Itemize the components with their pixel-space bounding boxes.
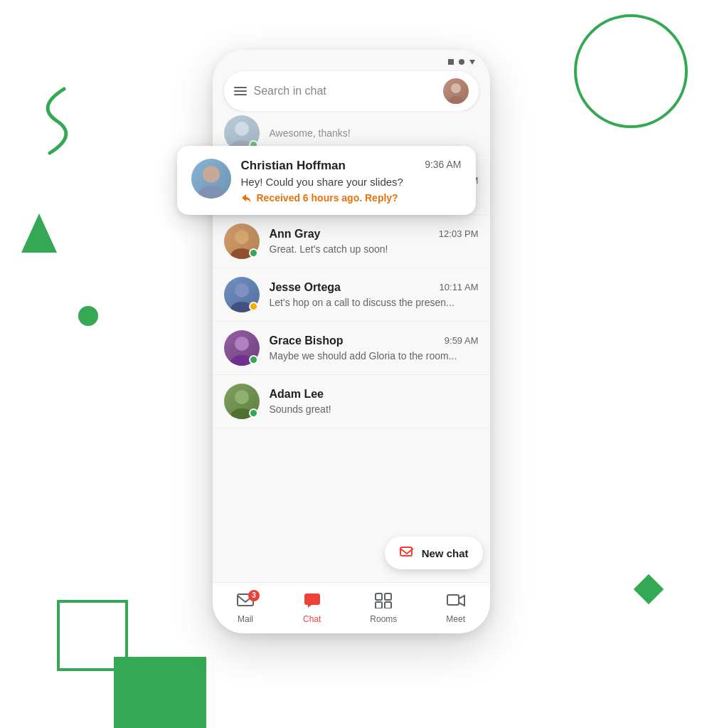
chat-time-grace: 9:59 AM xyxy=(445,335,479,346)
nav-label-chat: Chat xyxy=(303,614,321,624)
svg-rect-24 xyxy=(376,594,382,600)
chat-content-ann: Ann Gray 12:03 PM Great. Let's catch up … xyxy=(270,228,479,255)
nav-icon-mail-wrap: 3 xyxy=(237,593,254,611)
chat-content-first: Awesome, thanks! xyxy=(270,127,479,139)
svg-rect-3 xyxy=(448,59,454,65)
svg-rect-22 xyxy=(304,594,320,605)
chat-name-ann: Ann Gray xyxy=(270,228,321,241)
decor-green-block xyxy=(114,657,206,728)
search-bar[interactable]: Search in chat xyxy=(224,71,479,111)
svg-point-2 xyxy=(198,186,224,199)
status-bar xyxy=(213,50,490,71)
nav-icon-meet-wrap xyxy=(447,593,465,611)
reply-icon xyxy=(241,193,252,203)
svg-point-8 xyxy=(235,122,249,136)
chat-preview-ann: Great. Let's catch up soon! xyxy=(270,243,388,255)
notification-card[interactable]: Christian Hoffman 9:36 AM Hey! Could you… xyxy=(177,146,476,215)
chat-time-jesse: 10:11 AM xyxy=(440,282,479,292)
mail-badge: 3 xyxy=(248,590,260,601)
chat-item-jesse[interactable]: Jesse Ortega 10:11 AM Let's hop on a cal… xyxy=(213,268,490,322)
svg-marker-0 xyxy=(21,213,57,253)
svg-point-16 xyxy=(235,337,249,351)
svg-point-4 xyxy=(459,59,464,65)
meet-icon xyxy=(447,593,465,608)
chat-name-jesse: Jesse Ortega xyxy=(270,281,341,294)
nav-item-chat[interactable]: Chat xyxy=(292,587,332,630)
status-dot-adam xyxy=(249,408,258,418)
decor-circle-sm xyxy=(78,306,98,326)
wifi-icon xyxy=(458,58,465,65)
svg-marker-23 xyxy=(308,605,312,608)
chat-item-adam[interactable]: Adam Lee Sounds great! xyxy=(213,375,490,428)
svg-rect-28 xyxy=(447,595,459,605)
nav-icon-chat-wrap xyxy=(304,593,321,611)
chat-preview-first: Awesome, thanks! xyxy=(270,127,351,139)
status-icons xyxy=(447,58,476,65)
new-chat-icon xyxy=(399,545,415,561)
svg-point-6 xyxy=(451,83,461,93)
avatar-wrap-adam xyxy=(224,384,260,419)
phone-wrapper: Christian Hoffman 9:36 AM Hey! Could you… xyxy=(198,21,504,662)
search-placeholder[interactable]: Search in chat xyxy=(254,85,436,97)
svg-point-7 xyxy=(447,96,464,104)
notification-action[interactable]: Received 6 hours ago. Reply? xyxy=(241,192,462,204)
decor-square-outline xyxy=(57,600,128,671)
status-dot-grace xyxy=(249,355,258,364)
nav-item-meet[interactable]: Meet xyxy=(435,587,477,630)
avatar-wrap-ann xyxy=(224,223,260,259)
hamburger-menu-icon[interactable] xyxy=(234,87,247,95)
svg-rect-27 xyxy=(385,602,391,608)
status-dot-jesse xyxy=(249,302,258,311)
notification-avatar xyxy=(191,159,231,199)
chat-content-adam: Adam Lee Sounds great! xyxy=(270,388,479,416)
notification-name: Christian Hoffman xyxy=(241,159,346,173)
nav-label-mail: Mail xyxy=(238,614,253,624)
rooms-icon xyxy=(375,593,392,608)
nav-item-mail[interactable]: 3 Mail xyxy=(225,587,265,630)
nav-icon-rooms-wrap xyxy=(375,593,392,611)
nav-label-rooms: Rooms xyxy=(370,614,397,624)
notification-time: 9:36 AM xyxy=(425,159,461,170)
svg-marker-5 xyxy=(469,60,475,65)
bottom-nav: 3 Mail Chat xyxy=(213,582,490,633)
chat-preview-jesse: Let's hop on a call to discuss the prese… xyxy=(270,297,454,308)
svg-point-1 xyxy=(203,166,220,183)
signal-icon xyxy=(447,58,454,65)
phone-device: Search in chat Awesome, th xyxy=(213,50,490,633)
chat-preview-adam: Sounds great! xyxy=(270,403,331,415)
battery-icon xyxy=(469,58,476,65)
nav-label-meet: Meet xyxy=(446,614,465,624)
chat-icon xyxy=(304,593,321,608)
decor-triangle xyxy=(21,213,57,255)
status-dot-ann xyxy=(249,248,258,258)
avatar-wrap-grace xyxy=(224,330,260,366)
chat-item-ann[interactable]: Ann Gray 12:03 PM Great. Let's catch up … xyxy=(213,215,490,268)
notification-message: Hey! Could you share your slides? xyxy=(241,176,462,188)
user-avatar[interactable] xyxy=(443,78,469,104)
nav-item-rooms[interactable]: Rooms xyxy=(358,587,408,630)
svg-rect-25 xyxy=(385,594,391,600)
avatar-wrap-jesse xyxy=(224,277,260,312)
svg-point-12 xyxy=(235,230,249,244)
chat-time-ann: 12:03 PM xyxy=(439,228,479,239)
chat-content-grace: Grace Bishop 9:59 AM Maybe we should add… xyxy=(270,334,479,362)
decor-circle-outline xyxy=(574,14,688,128)
svg-rect-26 xyxy=(376,602,382,608)
new-chat-fab[interactable]: New chat xyxy=(385,537,483,569)
chat-content-jesse: Jesse Ortega 10:11 AM Let's hop on a cal… xyxy=(270,281,479,309)
svg-point-14 xyxy=(235,283,249,297)
svg-point-18 xyxy=(235,390,249,404)
chat-name-adam: Adam Lee xyxy=(270,388,324,401)
decor-s-curve xyxy=(36,85,78,157)
chat-preview-grace: Maybe we should add Gloria to the room..… xyxy=(270,350,457,362)
chat-name-grace: Grace Bishop xyxy=(270,334,344,347)
chat-item-grace[interactable]: Grace Bishop 9:59 AM Maybe we should add… xyxy=(213,322,490,375)
notification-content: Christian Hoffman 9:36 AM Hey! Could you… xyxy=(241,159,462,204)
decor-diamond xyxy=(634,574,664,604)
new-chat-label: New chat xyxy=(422,547,469,559)
